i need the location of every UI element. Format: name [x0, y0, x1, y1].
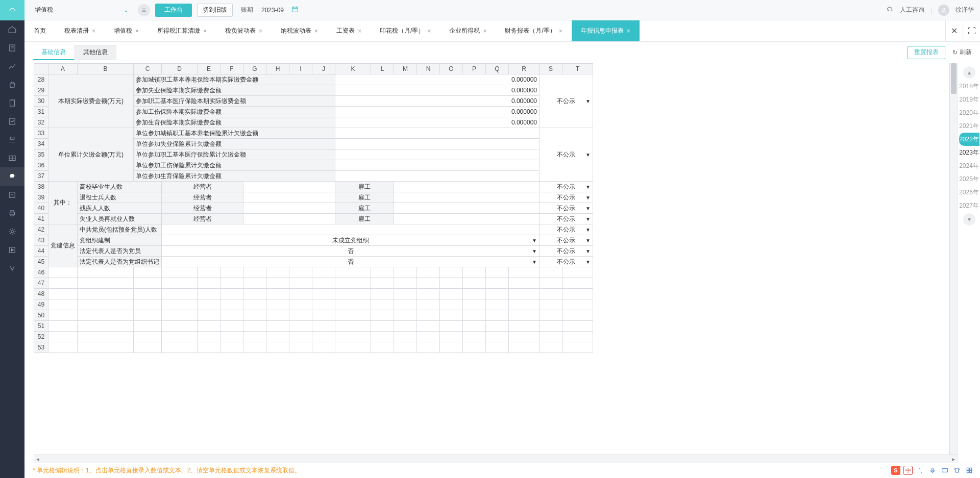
cell[interactable] [540, 321, 562, 332]
tab-7[interactable]: 印花税（月/季）× [371, 20, 440, 41]
tab-5[interactable]: 纳税波动表× [272, 20, 327, 41]
cell[interactable] [562, 332, 593, 342]
col-J[interactable]: J [312, 64, 335, 74]
cell[interactable] [417, 267, 440, 278]
col-P[interactable]: P [463, 64, 486, 74]
col-F[interactable]: F [220, 64, 243, 74]
disclosure-cell[interactable]: 不公示▼ [540, 235, 593, 246]
cell[interactable] [162, 278, 198, 289]
value-cell[interactable] [394, 214, 540, 224]
cell[interactable] [440, 299, 463, 310]
cell[interactable] [562, 342, 593, 353]
tab-close-icon[interactable]: × [483, 28, 486, 35]
row-39[interactable]: 39 [34, 192, 48, 203]
col-S[interactable]: S [540, 64, 562, 74]
cell[interactable] [312, 278, 335, 289]
year-2023年[interactable]: 2023年 [959, 146, 979, 159]
username[interactable]: 徐泽华 [955, 6, 974, 14]
col-T[interactable]: T [562, 64, 593, 74]
cell[interactable] [266, 310, 289, 321]
tab-0[interactable]: 首页 [24, 20, 55, 41]
company-dropdown[interactable]: 增值税 ⌄ [31, 3, 133, 17]
vertical-scrollbar[interactable] [949, 63, 958, 455]
col-O[interactable]: O [440, 64, 463, 74]
cell[interactable] [509, 321, 540, 332]
row-50[interactable]: 50 [34, 310, 48, 321]
tab-10[interactable]: 年报信息申报表× [572, 20, 640, 41]
value-cell[interactable]: 0.000000 [335, 96, 540, 107]
cell[interactable] [540, 267, 562, 278]
cell[interactable] [394, 342, 417, 353]
col-M[interactable]: M [394, 64, 417, 74]
year-2024年[interactable]: 2024年 [959, 159, 979, 172]
cell[interactable] [162, 321, 198, 332]
cell[interactable] [394, 310, 417, 321]
cell[interactable] [312, 332, 335, 342]
cell[interactable] [133, 289, 161, 299]
col-E[interactable]: E [198, 64, 220, 74]
value-cell[interactable] [243, 214, 335, 224]
cell[interactable] [198, 342, 220, 353]
value-cell[interactable]: 0.000000 [335, 74, 540, 85]
tab-9[interactable]: 财务报表（月/季）× [496, 20, 571, 41]
tab-4[interactable]: 税负波动表× [216, 20, 272, 41]
select-cell[interactable]: 未成立党组织▼ [162, 235, 540, 246]
cell[interactable] [266, 321, 289, 332]
nav-home-icon[interactable] [0, 20, 24, 39]
cell[interactable] [78, 278, 134, 289]
cell[interactable] [243, 267, 266, 278]
cell[interactable] [312, 321, 335, 332]
cell[interactable] [417, 310, 440, 321]
year-2027年[interactable]: 2027年 [959, 199, 979, 212]
select-cell[interactable]: 否▼ [162, 246, 540, 257]
cell[interactable] [289, 310, 312, 321]
row-46[interactable]: 46 [34, 267, 48, 278]
cell[interactable] [486, 321, 509, 332]
disclosure-cell[interactable]: 不公示▼ [540, 128, 593, 182]
cell[interactable] [243, 289, 266, 299]
cell[interactable] [371, 299, 394, 310]
ime-punct-icon[interactable]: °, [916, 466, 925, 475]
cell[interactable] [266, 289, 289, 299]
disclosure-cell[interactable]: 不公示▼ [540, 246, 593, 257]
cell[interactable] [266, 332, 289, 342]
col-D[interactable]: D [162, 64, 198, 74]
cell[interactable] [540, 310, 562, 321]
cell[interactable] [335, 321, 371, 332]
cell[interactable] [463, 332, 486, 342]
cell[interactable] [509, 332, 540, 342]
tab-close-icon[interactable]: × [559, 28, 562, 35]
cell[interactable] [540, 299, 562, 310]
cell[interactable] [198, 310, 220, 321]
value-cell[interactable] [243, 182, 335, 192]
cell[interactable] [220, 299, 243, 310]
cell[interactable] [198, 289, 220, 299]
col-H[interactable]: H [266, 64, 289, 74]
cell[interactable] [243, 342, 266, 353]
cell[interactable] [162, 332, 198, 342]
cell[interactable] [562, 278, 593, 289]
scroll-right-icon[interactable]: ▸ [949, 456, 958, 463]
disclosure-cell[interactable]: 不公示▼ [540, 214, 593, 224]
disclosure-cell[interactable]: 不公示▼ [540, 257, 593, 267]
tab-close-icon[interactable]: × [627, 28, 630, 35]
cell[interactable] [289, 267, 312, 278]
cell[interactable] [198, 332, 220, 342]
cell[interactable] [48, 310, 78, 321]
cell[interactable] [133, 332, 161, 342]
tab-close-icon[interactable]: × [259, 28, 262, 35]
col-A[interactable]: A [48, 64, 78, 74]
cell[interactable] [562, 321, 593, 332]
cell[interactable] [312, 289, 335, 299]
year-up-icon[interactable]: ▴ [963, 66, 975, 79]
cell[interactable] [48, 278, 78, 289]
cell[interactable] [394, 289, 417, 299]
cell[interactable] [48, 299, 78, 310]
row-29[interactable]: 29 [34, 85, 48, 96]
row-47[interactable]: 47 [34, 278, 48, 289]
cell[interactable] [243, 278, 266, 289]
cell[interactable] [417, 321, 440, 332]
cell[interactable] [371, 267, 394, 278]
cell[interactable] [486, 278, 509, 289]
tab-expand-icon[interactable]: ⛶ [963, 20, 980, 42]
